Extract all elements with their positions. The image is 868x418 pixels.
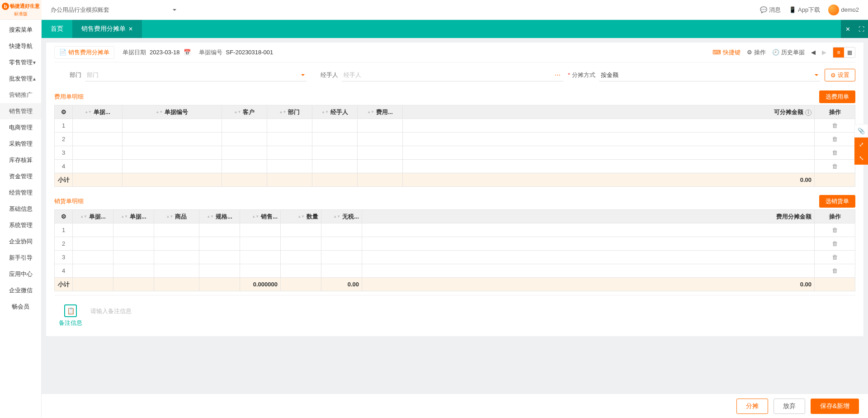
expand-button[interactable]: ⤢ — [854, 138, 868, 151]
col-notax[interactable]: ▲▼无税... — [321, 210, 362, 223]
col-code[interactable]: ▲▼单据编号 — [123, 105, 222, 119]
delete-icon[interactable]: 🗑 — [832, 267, 838, 274]
col-qty[interactable]: ▲▼数量 — [281, 210, 321, 223]
sidebar-marketing[interactable]: 营销推广 — [0, 87, 41, 103]
tab-current[interactable]: 销售费用分摊单 ✕ — [72, 20, 142, 38]
account-select[interactable]: 办公用品行业模拟账套 — [51, 6, 176, 14]
sidebar-ecommerce[interactable]: 电商管理 — [0, 119, 41, 136]
allocate-button[interactable]: 分摊 — [736, 399, 768, 414]
next-doc-button[interactable]: ▶ — [822, 49, 826, 56]
remark-input[interactable]: 请输入备注信息 — [90, 304, 855, 315]
caret-down-icon: ▼ — [32, 60, 37, 65]
delete-icon[interactable]: 🗑 — [832, 163, 838, 170]
col-alloc[interactable]: 费用分摊金额 — [362, 210, 815, 223]
table-row[interactable]: 4🗑 — [55, 264, 855, 278]
messages-button[interactable]: 💬消息 — [760, 6, 781, 14]
date-value[interactable]: 2023-03-18 — [150, 49, 180, 56]
operate-button[interactable]: ⚙操作 — [747, 48, 766, 57]
app-download-button[interactable]: 📱App下载 — [789, 6, 820, 14]
sort-icon: ▲▼ — [207, 215, 214, 218]
mobile-icon: 📱 — [789, 6, 796, 13]
sidebar-operation[interactable]: 经营管理 — [0, 185, 41, 201]
sidebar-quicknav[interactable]: 快捷导航 — [0, 38, 41, 54]
settings-button[interactable]: ⚙设置 — [825, 69, 855, 81]
logo-block: b畅捷通好生意 标准版 — [0, 0, 42, 19]
sidebar-basic[interactable]: 基础信息 — [0, 201, 41, 217]
col-date[interactable]: ▲▼单据... — [73, 105, 123, 119]
shortcut-button[interactable]: ⌨快捷键 — [712, 48, 741, 57]
sidebar-wecom[interactable]: 企业微信 — [0, 282, 41, 299]
col-code[interactable]: ▲▼单据... — [113, 210, 154, 223]
subtotal-notax: 0.00 — [321, 278, 362, 291]
sidebar-sales[interactable]: 销售管理 — [0, 103, 41, 119]
save-new-button[interactable]: 保存&新增 — [811, 399, 859, 414]
table-row[interactable]: 2🗑 — [55, 133, 855, 146]
method-select[interactable]: 按金额 — [599, 69, 820, 81]
view-grid-button[interactable]: ▦ — [844, 48, 855, 57]
calendar-icon[interactable]: 📅 — [184, 49, 191, 56]
sidebar-member[interactable]: 畅会员 — [0, 299, 41, 315]
avatar — [828, 5, 839, 15]
col-op: 操作 — [815, 105, 855, 119]
sales-section-title: 销货单明细 — [54, 195, 84, 207]
col-date[interactable]: ▲▼单据... — [73, 210, 113, 223]
col-customer[interactable]: ▲▼客户 — [222, 105, 267, 119]
handler-select[interactable]: 经手人⋯ — [342, 69, 563, 81]
sidebar-system[interactable]: 系统管理 — [0, 217, 41, 233]
table-row[interactable]: 3🗑 — [55, 146, 855, 160]
attachment-button[interactable]: 📎 — [854, 124, 868, 138]
table-row[interactable]: 1🗑 — [55, 223, 855, 237]
col-dept[interactable]: ▲▼部门 — [267, 105, 312, 119]
delete-icon[interactable]: 🗑 — [832, 254, 838, 261]
table-row[interactable]: 2🗑 — [55, 237, 855, 251]
table-row[interactable]: 3🗑 — [55, 251, 855, 264]
table-row[interactable]: 4🗑 — [55, 160, 855, 173]
dept-select[interactable]: 部门 — [85, 69, 307, 81]
user-menu[interactable]: demo2 — [828, 5, 859, 15]
sort-icon: ▲▼ — [252, 215, 259, 218]
expense-section-title: 费用单明细 — [54, 91, 84, 103]
sidebar-appcenter[interactable]: 应用中心 — [0, 266, 41, 282]
form-row: 部门 部门 经手人 经手人⋯ 分摊方式 按金额 ⚙设置 — [54, 62, 855, 88]
col-handler[interactable]: ▲▼经手人 — [312, 105, 358, 119]
history-button[interactable]: 🕘历史单据 — [772, 48, 805, 57]
col-settings[interactable]: ⚙ — [55, 210, 73, 223]
caret-up-icon: ▲ — [32, 76, 37, 81]
view-list-button[interactable]: ≡ — [833, 48, 844, 57]
sort-icon: ▲▼ — [80, 215, 87, 218]
tab-close-button[interactable]: ✕ — [841, 20, 854, 38]
sidebar-wholesale[interactable]: 批发管理▲ — [0, 71, 41, 87]
subtotal-qty: 0.000000 — [240, 278, 281, 291]
dept-label: 部门 — [54, 71, 81, 79]
close-icon[interactable]: ✕ — [128, 26, 133, 32]
sort-icon: ▲▼ — [156, 111, 163, 114]
delete-icon[interactable]: 🗑 — [832, 136, 838, 142]
footer-bar: 分摊 放弃 保存&新增 — [42, 394, 868, 418]
delete-icon[interactable]: 🗑 — [832, 149, 838, 156]
col-product[interactable]: ▲▼商品 — [154, 210, 199, 223]
sidebar-purchase[interactable]: 采购管理 — [0, 136, 41, 152]
col-allocatable[interactable]: 可分摊金额i — [403, 105, 815, 119]
sidebar-guide[interactable]: 新手引导 — [0, 250, 41, 266]
col-spec[interactable]: ▲▼规格... — [199, 210, 240, 223]
sidebar-collab[interactable]: 企业协同 — [0, 233, 41, 250]
col-type[interactable]: ▲▼费用... — [358, 105, 403, 119]
select-expense-button[interactable]: 选费用单 — [819, 90, 855, 103]
prev-doc-button[interactable]: ◀ — [811, 49, 816, 56]
table-row[interactable]: 1🗑 — [55, 119, 855, 133]
sidebar-retail[interactable]: 零售管理▼ — [0, 54, 41, 71]
col-settings[interactable]: ⚙ — [55, 105, 73, 119]
tab-home[interactable]: 首页 — [42, 20, 72, 38]
expand2-button[interactable]: ⤡ — [854, 151, 868, 165]
sort-icon: ▲▼ — [321, 111, 329, 114]
col-saleqty[interactable]: ▲▼销售... — [240, 210, 281, 223]
discard-button[interactable]: 放弃 — [774, 399, 805, 414]
delete-icon[interactable]: 🗑 — [832, 240, 838, 247]
sidebar-inventory[interactable]: 库存核算 — [0, 152, 41, 168]
delete-icon[interactable]: 🗑 — [832, 122, 838, 129]
sidebar-finance[interactable]: 资金管理 — [0, 168, 41, 185]
select-sales-button[interactable]: 选销货单 — [819, 195, 855, 208]
fullscreen-button[interactable]: ⛶ — [854, 20, 868, 38]
delete-icon[interactable]: 🗑 — [832, 227, 838, 233]
sidebar-search[interactable]: 搜索菜单 — [0, 22, 41, 38]
